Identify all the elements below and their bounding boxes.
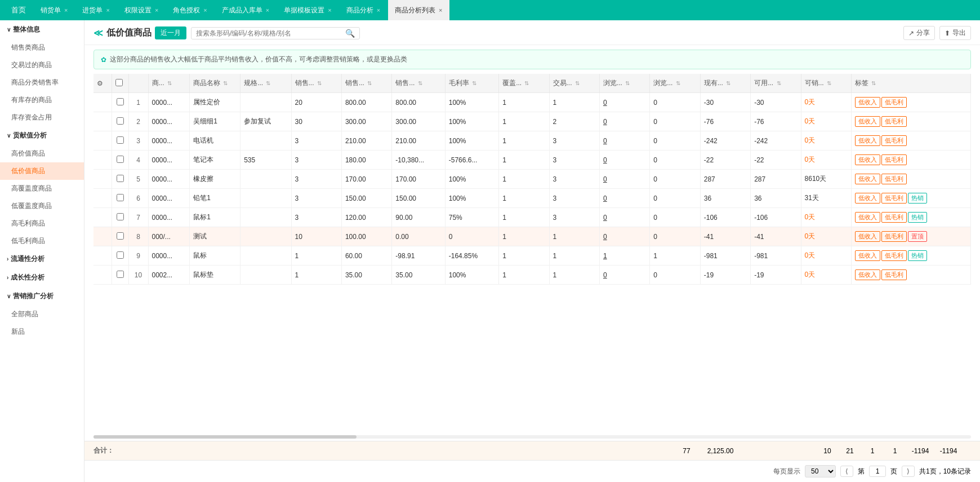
checkbox-cell[interactable] — [112, 112, 128, 131]
browse1-link[interactable]: 0 — [603, 233, 607, 241]
close-icon[interactable]: × — [439, 7, 442, 14]
sidebar-group-contribution[interactable]: ∨ 贡献值分析 — [0, 126, 84, 145]
sale-avg-col-header[interactable]: 销售... ⇅ — [392, 74, 445, 93]
browse2-col-header[interactable]: 浏览... ⇅ — [650, 74, 700, 93]
name-col-header[interactable]: 商品名称 ⇅ — [190, 74, 240, 93]
available-col-header[interactable]: 可用... ⇅ — [751, 74, 801, 93]
close-icon[interactable]: × — [266, 7, 269, 14]
sale-qty-col-header[interactable]: 销售... ⇅ — [291, 74, 341, 93]
browse1-link[interactable]: 0 — [603, 194, 607, 202]
sidebar-item-category-rate[interactable]: 商品分类销售率 — [0, 74, 84, 91]
close-icon[interactable]: × — [203, 7, 207, 14]
nav-item-purchase[interactable]: 进货单× — [75, 0, 116, 20]
share-button[interactable]: ↗ 分享 — [903, 26, 935, 40]
current-col-header[interactable]: 现有... ⇅ — [700, 74, 750, 93]
search-input[interactable] — [196, 29, 345, 37]
browse1-cell[interactable]: 0 — [599, 93, 649, 112]
browse1-cell[interactable]: 0 — [599, 189, 649, 208]
browse1-cell[interactable]: 0 — [599, 208, 649, 227]
sidebar-group-growth[interactable]: › 成长性分析 — [0, 268, 84, 287]
row-checkbox[interactable] — [117, 271, 124, 278]
row-checkbox[interactable] — [117, 98, 124, 105]
sidebar-item-low-margin[interactable]: 低毛利商品 — [0, 232, 84, 250]
sidebar-item-low-value[interactable]: 低价值商品 — [0, 162, 84, 180]
browse1-cell[interactable]: 0 — [599, 112, 649, 131]
browse1-link[interactable]: 0 — [603, 137, 607, 145]
export-button[interactable]: ⬆ 导出 — [939, 26, 971, 40]
check-col-header[interactable] — [112, 74, 128, 93]
search-icon[interactable]: 🔍 — [345, 29, 355, 38]
tag-col-header[interactable]: 标签 ⇅ — [851, 74, 970, 93]
close-icon[interactable]: × — [328, 7, 331, 14]
browse1-link[interactable]: 0 — [603, 118, 607, 126]
checkbox-cell[interactable] — [112, 208, 128, 227]
horizontal-scrollbar[interactable] — [93, 435, 971, 439]
nav-item-role[interactable]: 角色授权× — [166, 0, 213, 20]
sidebar-item-new-products[interactable]: 新品 — [0, 323, 84, 341]
browse1-link[interactable]: 1 — [603, 252, 607, 260]
browse1-link[interactable]: 0 — [603, 99, 607, 107]
spec-col-header[interactable]: 规格... ⇅ — [240, 74, 291, 93]
browse1-col-header[interactable]: 浏览... ⇅ — [599, 74, 649, 93]
close-icon[interactable]: × — [106, 7, 109, 14]
scroll-thumb[interactable] — [93, 435, 357, 439]
nav-item-template[interactable]: 单据模板设置× — [277, 0, 338, 20]
sidebar-group-marketing[interactable]: ∨ 营销推广分析 — [0, 287, 84, 306]
gear-col-header[interactable]: ⚙ — [93, 74, 112, 93]
sidebar-group-overall[interactable]: ∨ 整体信息 — [0, 20, 84, 39]
checkbox-cell[interactable] — [112, 93, 128, 112]
checkbox-cell[interactable] — [112, 227, 128, 246]
nav-item-permission[interactable]: 权限设置× — [118, 0, 165, 20]
next-page-button[interactable]: ⟩ — [902, 466, 915, 477]
sidebar-group-flow[interactable]: › 流通性分析 — [0, 250, 84, 268]
checkbox-cell[interactable] — [112, 189, 128, 208]
close-icon[interactable]: × — [64, 7, 68, 14]
checkbox-cell[interactable] — [112, 151, 128, 170]
browse1-cell[interactable]: 0 — [599, 151, 649, 170]
sidebar-item-stock-capital[interactable]: 库存资金占用 — [0, 109, 84, 126]
sidebar-item-high-coverage[interactable]: 高覆盖度商品 — [0, 180, 84, 197]
sidebar-item-high-margin[interactable]: 高毛利商品 — [0, 215, 84, 232]
close-icon[interactable]: × — [377, 7, 380, 14]
browse1-cell[interactable]: 0 — [599, 131, 649, 151]
nav-item-product-analysis-list[interactable]: 商品分析列表× — [388, 0, 449, 20]
nav-item-product-analysis[interactable]: 商品分析× — [340, 0, 387, 20]
nav-home[interactable]: 首页 — [5, 0, 33, 20]
select-all-checkbox[interactable] — [115, 79, 123, 86]
row-checkbox[interactable] — [117, 136, 124, 144]
nav-item-product-warehouse[interactable]: 产成品入库单× — [215, 0, 276, 20]
sidebar-item-stocked-products[interactable]: 有库存的商品 — [0, 91, 84, 109]
row-checkbox[interactable] — [117, 175, 124, 182]
row-checkbox[interactable] — [117, 117, 124, 125]
browse1-cell[interactable]: 0 — [599, 266, 649, 285]
first-page-button[interactable]: ⟨ — [840, 466, 853, 477]
collapse-btn[interactable]: ≪ — [93, 28, 103, 38]
browse1-link[interactable]: 0 — [603, 175, 607, 183]
checkbox-cell[interactable] — [112, 170, 128, 189]
sidebar-item-traded-products[interactable]: 交易过的商品 — [0, 56, 84, 74]
browse1-link[interactable]: 0 — [603, 214, 607, 222]
checkbox-cell[interactable] — [112, 266, 128, 285]
checkbox-cell[interactable] — [112, 131, 128, 151]
browse1-link[interactable]: 0 — [603, 156, 607, 164]
row-checkbox[interactable] — [117, 194, 124, 201]
row-checkbox[interactable] — [117, 232, 124, 240]
gross-rate-col-header[interactable]: 毛利率 ⇅ — [445, 74, 498, 93]
browse1-link[interactable]: 0 — [603, 271, 607, 279]
saleable-col-header[interactable]: 可销... ⇅ — [801, 74, 851, 93]
browse1-cell[interactable]: 0 — [599, 227, 649, 246]
gear-icon[interactable]: ⚙ — [97, 79, 103, 87]
sidebar-item-all-products[interactable]: 全部商品 — [0, 306, 84, 323]
sale-amt-col-header[interactable]: 销售... ⇅ — [341, 74, 391, 93]
sidebar-item-low-coverage[interactable]: 低覆盖度商品 — [0, 197, 84, 215]
close-icon[interactable]: × — [155, 7, 158, 14]
row-checkbox[interactable] — [117, 251, 124, 259]
row-checkbox[interactable] — [117, 156, 124, 163]
sidebar-item-sales-products[interactable]: 销售类商品 — [0, 39, 84, 56]
row-checkbox[interactable] — [117, 213, 124, 220]
filter-recent-month-button[interactable]: 近一月 — [155, 26, 186, 39]
code-col-header[interactable]: 商... ⇅ — [148, 74, 190, 93]
browse1-cell[interactable]: 0 — [599, 170, 649, 189]
sidebar-item-high-value[interactable]: 高价值商品 — [0, 145, 84, 162]
checkbox-cell[interactable] — [112, 246, 128, 266]
